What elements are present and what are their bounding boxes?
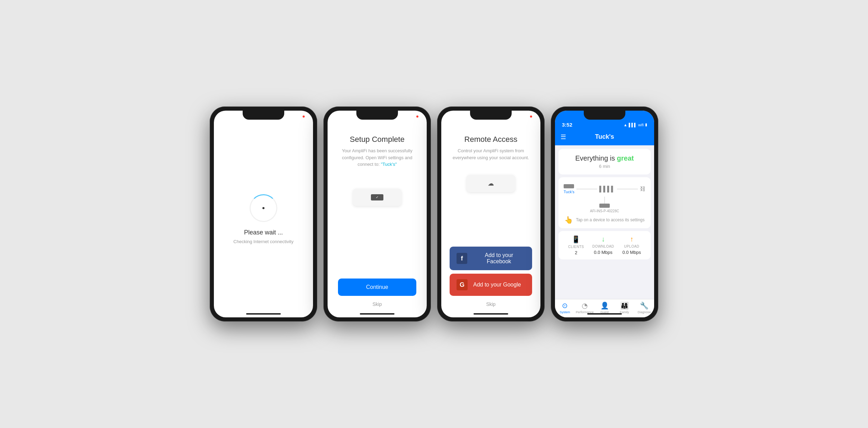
diagnose-tab-label: Diagnose: [637, 310, 651, 314]
finger-icon: 👆: [564, 216, 573, 224]
phones-container: Please wait ... Checking Internet connec…: [210, 106, 658, 322]
phone-3: Remote Access Control your AmpliFi syste…: [437, 106, 545, 322]
red-dot-3: [530, 115, 532, 118]
remote-title: Remote Access: [465, 135, 518, 144]
router-icon-rect: [564, 184, 574, 188]
connector-line2: [617, 189, 638, 189]
router-checkmark: ✓: [371, 194, 383, 200]
checkmark-symbol: ✓: [376, 195, 379, 199]
notch-1: [243, 111, 284, 120]
app-header: ☰ Tuck's: [555, 130, 654, 145]
phone-4: 3:52 ▲ ▌▌▌ wifi ▮ ☰ Tuck's Everything is…: [551, 106, 658, 322]
skip-button-3[interactable]: Skip: [486, 301, 495, 307]
setup-network-name[interactable]: "Tuck's": [381, 162, 397, 167]
location-icon: ▲: [624, 123, 627, 127]
hamburger-icon[interactable]: ☰: [561, 133, 566, 141]
phone-2-screen: Setup Complete Your AmpliFi has been suc…: [328, 111, 427, 317]
tap-text: Tap on a device to access its settings: [576, 217, 644, 222]
notch-3: [470, 111, 512, 120]
download-label: DOWNLOAD: [592, 245, 614, 248]
phone-3-content: Remote Access Control your AmpliFi syste…: [441, 111, 540, 317]
download-stat: ↓ DOWNLOAD 0.0 Mbps: [592, 235, 614, 255]
upload-value: 0.0 Mbps: [623, 250, 641, 255]
download-icon: ↓: [601, 235, 605, 243]
link-icon: ⛓: [640, 186, 645, 192]
setup-subtitle: Your AmpliFi has been successfully confi…: [338, 147, 416, 168]
tab-guest[interactable]: 👤 Guest: [594, 301, 614, 314]
signal-icon: ▌▌▌: [629, 123, 637, 127]
tab-bar: ⊙ System ◔ Performance 👤 Guest 👨‍👩‍👧 Fam…: [555, 299, 654, 317]
dashboard-body: Everything is great 6 min Tuck's ▌▌▌▌: [555, 145, 654, 317]
network-diagram: Tuck's ▌▌▌▌ ⛓ AFI-INS-P: [558, 177, 651, 228]
social-buttons: f Add to your Facebook G Add to your Goo…: [450, 247, 532, 296]
tab-system[interactable]: ⊙ System: [555, 301, 575, 314]
uptime-text: 6 min: [564, 164, 645, 169]
skip-button-2[interactable]: Skip: [372, 301, 382, 307]
app-title: Tuck's: [595, 133, 614, 140]
phone-1-screen: Please wait ... Checking Internet connec…: [214, 111, 313, 317]
tab-family[interactable]: 👨‍👩‍👧 Family: [615, 301, 634, 314]
cloud-icon: ☁: [488, 180, 494, 187]
system-tab-icon: ⊙: [562, 301, 568, 310]
bars-icon: ▌▌▌▌: [599, 186, 615, 192]
status-card: Everything is great 6 min: [558, 149, 651, 174]
red-dot-2: [416, 115, 418, 118]
remote-subtitle: Control your AmpliFi system from everywh…: [450, 147, 532, 161]
upload-label: UPLOAD: [624, 245, 639, 248]
google-btn-label: Add to your Google: [473, 282, 521, 288]
clients-label: CLIENTS: [568, 245, 584, 249]
router-name: Tuck's: [564, 190, 574, 194]
home-indicator-1: [246, 313, 281, 315]
router-device-item[interactable]: Tuck's: [564, 184, 574, 194]
secondary-icon-rect: [599, 204, 610, 208]
facebook-btn-label: Add to your Facebook: [473, 252, 525, 265]
notch-2: [356, 111, 398, 120]
phone-1-content: Please wait ... Checking Internet connec…: [214, 111, 313, 317]
google-icon: G: [457, 279, 468, 290]
battery-icon: ▮: [645, 122, 647, 127]
facebook-icon: f: [457, 253, 467, 264]
diagnose-tab-icon: 🔧: [640, 301, 649, 310]
system-tab-label: System: [560, 310, 570, 314]
bars-device-item: ▌▌▌▌: [599, 186, 615, 192]
tab-diagnose[interactable]: 🔧 Diagnose: [634, 301, 654, 314]
device-row-top: Tuck's ▌▌▌▌ ⛓: [563, 181, 646, 197]
wait-subtitle: Checking Internet connectivity: [233, 239, 293, 244]
wifi-icon: wifi: [638, 123, 644, 127]
status-time: 3:52: [562, 122, 572, 128]
stats-card: 📱 CLIENTS 2 ↓ DOWNLOAD 0.0 Mbps ↑ UPLOAD…: [558, 231, 651, 259]
secondary-device-name: AFI-INS-P-40228C: [590, 209, 619, 213]
facebook-button[interactable]: f Add to your Facebook: [450, 247, 532, 270]
red-dot-1: [303, 115, 305, 118]
clients-icon: 📱: [572, 235, 580, 243]
everything-text: Everything is great: [564, 154, 645, 162]
upload-stat: ↑ UPLOAD 0.0 Mbps: [623, 235, 641, 255]
phone-1: Please wait ... Checking Internet connec…: [210, 106, 317, 322]
setup-title: Setup Complete: [350, 135, 405, 144]
secondary-device-item[interactable]: AFI-INS-P-40228C: [590, 204, 619, 213]
guest-tab-icon: 👤: [600, 301, 609, 310]
router-device-2: ✓: [353, 189, 401, 206]
vertical-connector: [604, 197, 605, 204]
wait-title: Please wait ...: [244, 229, 283, 236]
google-button[interactable]: G Add to your Google: [450, 274, 532, 296]
spinner-ring: [250, 194, 277, 222]
home-indicator-4: [587, 313, 622, 315]
setup-subtitle-text: Your AmpliFi has been successfully confi…: [342, 148, 412, 167]
performance-tab-icon: ◔: [582, 301, 588, 310]
status-icons: ▲ ▌▌▌ wifi ▮: [624, 122, 647, 127]
connector-line: [576, 189, 597, 189]
phone-4-screen: 3:52 ▲ ▌▌▌ wifi ▮ ☰ Tuck's Everything is…: [555, 111, 654, 317]
clients-value: 2: [575, 250, 577, 255]
tap-hint: 👆 Tap on a device to access its settings: [564, 216, 644, 224]
link-device-item: ⛓: [640, 186, 645, 192]
tab-performance[interactable]: ◔ Performance: [575, 301, 594, 314]
continue-button[interactable]: Continue: [338, 279, 416, 296]
phone-2-content: Setup Complete Your AmpliFi has been suc…: [328, 111, 427, 317]
notch-4: [584, 111, 625, 120]
home-indicator-3: [474, 313, 508, 315]
home-indicator-2: [360, 313, 394, 315]
great-label: great: [617, 154, 634, 162]
download-value: 0.0 Mbps: [594, 250, 612, 255]
phone-3-screen: Remote Access Control your AmpliFi syste…: [441, 111, 540, 317]
